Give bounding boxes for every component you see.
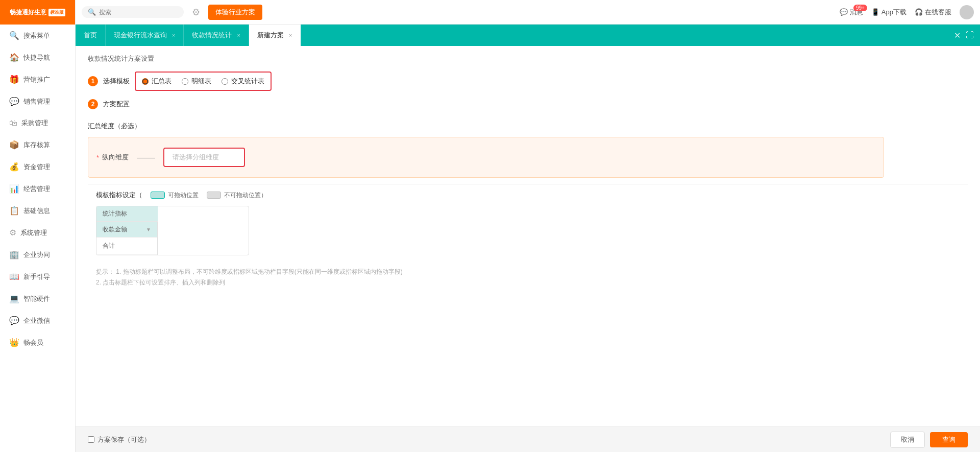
legend-draggable: 可拖动位置	[151, 191, 199, 200]
col-dropdown-icon[interactable]: ▼	[146, 227, 151, 232]
dimension-select[interactable]: 请选择分组维度	[163, 148, 245, 167]
tabbar-expand-icon[interactable]: ⛶	[966, 31, 974, 40]
radio-detail[interactable]	[182, 78, 188, 85]
search-menu-icon: 🔍	[9, 31, 19, 40]
dimension-section: 汇总维度（必选） * 纵向维度 —— 请选择分组维度	[88, 115, 968, 184]
message-badge: 99+	[853, 5, 867, 11]
tab-payment-stat-close[interactable]: ×	[237, 32, 240, 38]
trial-button[interactable]: 体验行业方案	[208, 5, 262, 20]
tabbar-close-icon[interactable]: ✕	[954, 31, 961, 40]
sidebar-item-label: 系统管理	[20, 228, 47, 237]
tab-cash-bank-close[interactable]: ×	[172, 32, 175, 38]
tab-home[interactable]: 首页	[76, 25, 106, 46]
page-content: 收款情况统计方案设置 1 选择模板 汇总表 明细表	[76, 46, 980, 426]
tabbar: 首页 现金银行流水查询 × 收款情况统计 × 新建方案 × ✕ ⛶	[76, 25, 980, 46]
sidebar-item-label: 营销推广	[23, 75, 50, 84]
content-area: 收款情况统计方案设置 1 选择模板 汇总表 明细表	[76, 46, 980, 426]
smart-hardware-icon: 💻	[9, 294, 19, 303]
sidebar-item-enterprise[interactable]: 🏢 企业协同	[0, 244, 75, 266]
sidebar-item-beginner[interactable]: 📖 新手引导	[0, 266, 75, 288]
option-summary[interactable]: 汇总表	[142, 77, 172, 86]
sidebar-item-label: 库存核算	[23, 140, 50, 150]
sidebar-item-label: 企业微信	[23, 316, 50, 325]
sidebar-item-operations[interactable]: 📊 经营管理	[0, 178, 75, 200]
page-title: 收款情况统计方案设置	[88, 54, 968, 63]
payment-amount-header[interactable]: 收款金额 ▼	[96, 222, 157, 237]
sidebar-item-smart-hardware[interactable]: 💻 智能硬件	[0, 288, 75, 310]
finance-icon: 💰	[9, 162, 19, 172]
service-label: 在线客服	[925, 8, 951, 17]
radio-cross[interactable]	[222, 78, 228, 85]
hint-section: 提示： 1. 拖动标题栏可以调整布局，不可跨维度或指标区域拖动栏目字段(只能在同…	[88, 261, 968, 295]
app-download-button[interactable]: 📱 App下载	[871, 8, 906, 17]
cancel-button[interactable]: 取消	[890, 432, 925, 448]
sales-icon: 💬	[9, 97, 19, 106]
tab-cash-bank-label: 现金银行流水查询	[114, 31, 167, 40]
sidebar-logo: 畅捷通好生意 标准版	[0, 0, 75, 25]
tab-new-plan[interactable]: 新建方案 ×	[249, 25, 301, 46]
metrics-col-header: 统计指标	[96, 206, 158, 222]
save-label: 方案保存（可选）	[97, 435, 151, 444]
save-option: 方案保存（可选）	[88, 435, 151, 444]
message-button[interactable]: 💬 消息 99+	[840, 8, 863, 17]
basic-info-icon: 📋	[9, 206, 19, 216]
avatar[interactable]	[960, 5, 974, 19]
option-detail[interactable]: 明细表	[182, 77, 211, 86]
sidebar-item-weixin[interactable]: 💬 企业微信	[0, 310, 75, 331]
bottom-bar: 方案保存（可选） 取消 查询	[76, 426, 980, 452]
sidebar-item-label: 智能硬件	[23, 294, 50, 303]
tab-cash-bank[interactable]: 现金银行流水查询 ×	[106, 25, 184, 46]
sidebar-item-inventory[interactable]: 📦 库存核算	[0, 134, 75, 156]
tab-payment-stat[interactable]: 收款情况统计 ×	[184, 25, 249, 46]
sidebar-item-label: 销售管理	[23, 97, 50, 106]
search-box[interactable]: 🔍	[82, 6, 184, 18]
option-cross-label: 交叉统计表	[231, 77, 264, 86]
beginner-icon: 📖	[9, 272, 19, 281]
sidebar-item-marketing[interactable]: 🎁 营销推广	[0, 68, 75, 90]
radio-summary[interactable]	[142, 78, 149, 85]
sidebar-item-label: 采购管理	[21, 118, 48, 128]
option-cross[interactable]: 交叉统计表	[222, 77, 264, 86]
sidebar-item-finance[interactable]: 💰 资金管理	[0, 156, 75, 178]
legend-non-draggable-box	[207, 192, 221, 199]
sidebar-item-system[interactable]: ⚙ 系统管理	[0, 222, 75, 244]
sidebar-item-purchase[interactable]: 🛍 采购管理	[0, 112, 75, 134]
home-icon: 🏠	[9, 53, 19, 62]
marketing-icon: 🎁	[9, 75, 19, 84]
metrics-sub-col: 收款金额 ▼ 合计	[96, 222, 158, 255]
save-checkbox[interactable]	[88, 436, 94, 443]
metrics-label: 模板指标设定（ 可拖动位置 不可拖动位置）	[96, 191, 960, 200]
search-input[interactable]	[99, 9, 170, 16]
topbar-right: 💬 消息 99+ 📱 App下载 🎧 在线客服	[840, 5, 974, 19]
option-summary-label: 汇总表	[152, 77, 172, 86]
option-detail-label: 明细表	[191, 77, 211, 86]
dimension-grid: * 纵向维度 —— 请选择分组维度	[88, 137, 884, 178]
topbar: 🔍 ⚙ 体验行业方案 💬 消息 99+ 📱 App下载 🎧 在线客服	[76, 0, 980, 25]
required-mark: *	[96, 154, 99, 161]
sidebar-item-label: 企业协同	[23, 250, 50, 259]
sidebar-item-basic-info[interactable]: 📋 基础信息	[0, 200, 75, 222]
brand-badge: 标准版	[48, 9, 65, 16]
dimension-section-label: 汇总维度（必选）	[88, 122, 960, 131]
sidebar-item-label: 快捷导航	[23, 53, 50, 62]
step2-label: 方案配置	[103, 100, 130, 109]
tab-new-plan-close[interactable]: ×	[289, 32, 292, 38]
metrics-section: 模板指标设定（ 可拖动位置 不可拖动位置）	[88, 184, 968, 261]
step1-label: 选择模板	[103, 77, 130, 86]
service-button[interactable]: 🎧 在线客服	[915, 8, 951, 17]
app-icon: 📱	[871, 8, 879, 16]
sidebar-item-sales[interactable]: 💬 销售管理	[0, 90, 75, 112]
tabbar-icons: ✕ ⛶	[954, 31, 980, 40]
search-icon: 🔍	[88, 8, 96, 16]
step1-number: 1	[88, 76, 98, 86]
sidebar-item-quick-nav[interactable]: 🏠 快捷导航	[0, 46, 75, 68]
sidebar-item-member[interactable]: 👑 畅会员	[0, 331, 75, 353]
query-button[interactable]: 查询	[930, 432, 968, 447]
sidebar-item-label: 经营管理	[23, 184, 50, 194]
operations-icon: 📊	[9, 184, 19, 194]
sidebar-item-search-menu[interactable]: 🔍 搜索菜单	[0, 25, 75, 46]
legend-non-draggable: 不可拖动位置）	[207, 191, 267, 200]
metrics-table: 统计指标 收款金额 ▼ 合计	[96, 206, 249, 255]
metrics-col-stats: 统计指标 收款金额 ▼ 合计	[96, 206, 158, 255]
gear-icon[interactable]: ⚙	[192, 7, 200, 18]
